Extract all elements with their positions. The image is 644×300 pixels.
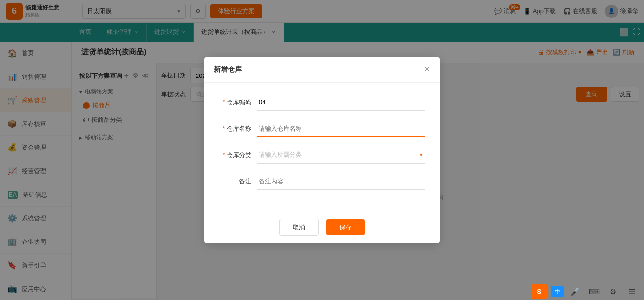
save-button[interactable]: 保存 <box>326 219 365 235</box>
chinese-input-icon[interactable]: 中 <box>551 286 564 297</box>
notes-input[interactable] <box>257 173 425 190</box>
s-logo-icon[interactable]: S <box>532 284 547 299</box>
warehouse-code-label: 仓库编码 <box>219 98 257 107</box>
dialog-title: 新增仓库 <box>214 65 242 74</box>
warehouse-code-input[interactable] <box>257 94 425 111</box>
warehouse-category-select[interactable]: 请输入所属分类 ▾ <box>257 147 425 164</box>
dialog-close-icon[interactable]: ✕ <box>423 64 430 75</box>
warehouse-name-input[interactable] <box>257 120 425 137</box>
dialog-body: 仓库编码 仓库名称 仓库分类 请输入所属分类 ▾ 备注 <box>204 83 440 211</box>
bottom-right-bar: S 中 🎤 ⌨ ⚙ ☰ <box>527 283 644 300</box>
bottom-menu-icon[interactable]: ☰ <box>624 284 639 299</box>
warehouse-name-label: 仓库名称 <box>219 125 257 133</box>
warehouse-code-row: 仓库编码 <box>219 94 425 111</box>
dialog-header: 新增仓库 ✕ <box>204 57 440 83</box>
warehouse-name-row: 仓库名称 <box>219 120 425 137</box>
notes-label: 备注 <box>219 177 257 186</box>
microphone-icon[interactable]: 🎤 <box>568 284 583 299</box>
bottom-settings-icon[interactable]: ⚙ <box>605 284 620 299</box>
dialog-overlay: 新增仓库 ✕ 仓库编码 仓库名称 仓库分类 请输入所属分类 ▾ <box>0 0 644 300</box>
warehouse-category-row: 仓库分类 请输入所属分类 ▾ <box>219 147 425 164</box>
chevron-category-icon: ▾ <box>420 151 423 158</box>
cancel-button[interactable]: 取消 <box>279 219 319 236</box>
warehouse-dialog: 新增仓库 ✕ 仓库编码 仓库名称 仓库分类 请输入所属分类 ▾ <box>204 57 440 243</box>
notes-row: 备注 <box>219 173 425 190</box>
warehouse-category-label: 仓库分类 <box>219 151 257 159</box>
dialog-footer: 取消 保存 <box>204 211 440 243</box>
keyboard-icon[interactable]: ⌨ <box>586 284 602 299</box>
warehouse-category-placeholder: 请输入所属分类 <box>259 150 302 159</box>
